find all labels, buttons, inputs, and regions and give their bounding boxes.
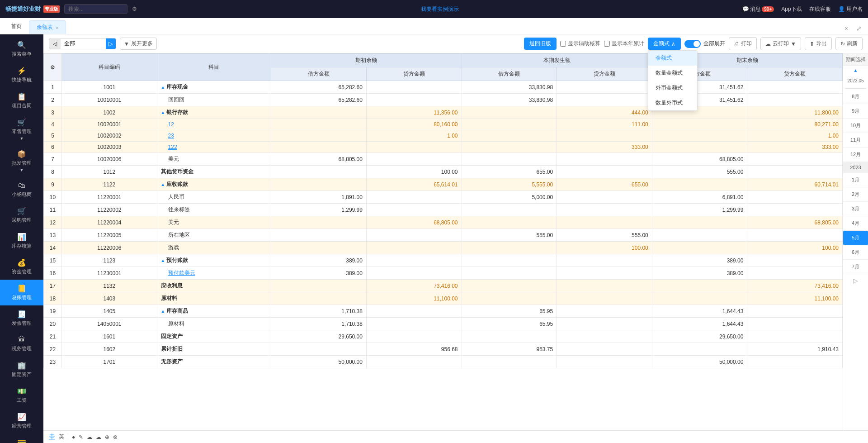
style-option-amount[interactable]: 金额式 bbox=[648, 51, 697, 66]
tree-expand-icon[interactable]: ▲ bbox=[161, 309, 165, 314]
sidebar-item-payroll[interactable]: 💵 工资 bbox=[0, 382, 43, 408]
online-service-btn[interactable]: 在线客服 bbox=[809, 5, 831, 13]
month-10[interactable]: 10月 bbox=[843, 119, 868, 133]
cell-eb-credit bbox=[747, 81, 843, 94]
cell-eb-credit bbox=[747, 191, 843, 204]
sidebar-label-invoice: 发票管理 bbox=[12, 320, 32, 327]
bottom-icon-4[interactable]: ✎ bbox=[79, 434, 83, 440]
sidebar-item-project[interactable]: 📋 项目合同 bbox=[0, 88, 43, 114]
sidebar-item-quicknav[interactable]: ⚡ 快捷导航 bbox=[0, 62, 43, 88]
demo-link[interactable]: 我要看实例演示 bbox=[421, 5, 459, 13]
sidebar-item-tax[interactable]: 🏛 税务管理 bbox=[0, 331, 43, 357]
tab-maximize-btn[interactable]: ⤢ bbox=[854, 23, 864, 34]
bottom-icon-5[interactable]: ☁ bbox=[87, 434, 92, 440]
month-9[interactable]: 9月 bbox=[843, 104, 868, 119]
col-settings[interactable]: ⚙ bbox=[44, 54, 62, 81]
msg-btn[interactable]: 💬 消息 99+ bbox=[742, 5, 774, 13]
cell-code: 1132 bbox=[62, 280, 157, 292]
sidebar-item-expense[interactable]: 💳 小畅报销 bbox=[0, 434, 43, 443]
account-link[interactable]: 12 bbox=[168, 121, 174, 128]
cell-rowno: 19 bbox=[44, 305, 62, 318]
col-current-balance: 本期发生额 bbox=[462, 54, 652, 67]
month-5-active[interactable]: 5月 bbox=[843, 231, 868, 245]
demo-btn-area[interactable]: 我要看实例演示 bbox=[421, 5, 459, 13]
sidebar-item-invoice[interactable]: 🧾 发票管理 bbox=[0, 305, 43, 331]
bottom-icon-3[interactable]: ● bbox=[72, 434, 75, 440]
expand-toggle[interactable]: 全部展开 bbox=[684, 40, 725, 48]
bottom-icon-6[interactable]: ☁ bbox=[96, 434, 101, 440]
panel-collapse-btn[interactable]: ▷ bbox=[843, 274, 868, 287]
year-2023-up-btn[interactable]: ▲ bbox=[854, 68, 858, 73]
sidebar-item-ecommerce[interactable]: 🛍 小畅电商 bbox=[0, 177, 43, 202]
month-7[interactable]: 7月 bbox=[843, 260, 868, 274]
cell-code: 10020002 bbox=[62, 130, 157, 142]
month-2[interactable]: 2月 bbox=[843, 187, 868, 202]
cloud-print-btn[interactable]: ☁ 云打印 ▼ bbox=[760, 37, 801, 50]
show-aux-checkbox[interactable] bbox=[560, 41, 566, 47]
sidebar-item-purchase[interactable]: 🛒 采购管理 bbox=[0, 202, 43, 228]
month-2023-05[interactable]: 2023.05 bbox=[843, 75, 868, 87]
sidebar-item-search[interactable]: 🔍 搜索菜单 bbox=[0, 36, 43, 62]
sidebar-item-capital[interactable]: 💰 资金管理 bbox=[0, 254, 43, 280]
show-ytd-check[interactable]: 显示本年累计 bbox=[604, 40, 644, 48]
style-option-qty-amount[interactable]: 数量金额式 bbox=[648, 66, 697, 81]
month-8[interactable]: 8月 bbox=[843, 90, 868, 104]
month-6[interactable]: 6月 bbox=[843, 245, 868, 260]
account-name-bold: 库存现金 bbox=[166, 84, 188, 90]
tree-expand-icon[interactable]: ▲ bbox=[161, 182, 165, 187]
style-btn[interactable]: 金额式 ∧ bbox=[648, 38, 681, 50]
tree-expand-icon[interactable]: ▲ bbox=[161, 110, 165, 115]
print-btn[interactable]: 🖨 打印 bbox=[729, 37, 757, 50]
bottom-icon-1[interactable]: 圭 bbox=[49, 433, 55, 441]
sidebar-item-inventory[interactable]: 📊 库存核算 bbox=[0, 228, 43, 254]
sidebar-item-wholesale[interactable]: 📦 批发管理 ▼ bbox=[0, 145, 43, 177]
bottom-lang-btn[interactable]: 英 bbox=[59, 433, 64, 441]
month-12[interactable]: 12月 bbox=[843, 148, 868, 162]
sidebar-item-retail[interactable]: 🛒 零售管理 ▼ bbox=[0, 114, 43, 145]
style-option-qty-foreign[interactable]: 数量外币式 bbox=[648, 95, 697, 110]
bottom-icon-8[interactable]: ⊗ bbox=[113, 434, 118, 440]
tab-home[interactable]: 首页 bbox=[4, 20, 29, 34]
show-aux-check[interactable]: 显示辅助核算 bbox=[560, 40, 600, 48]
refresh-btn[interactable]: ↻ 刷新 bbox=[835, 37, 863, 50]
tree-expand-icon[interactable]: ▲ bbox=[161, 85, 165, 90]
account-name: 美元 bbox=[168, 156, 179, 162]
account-link[interactable]: 预付款美元 bbox=[168, 270, 195, 276]
account-name: 原材料 bbox=[168, 320, 184, 327]
month-4[interactable]: 4月 bbox=[843, 216, 868, 231]
tab-close-btn[interactable]: × bbox=[56, 25, 58, 30]
tab-collapse-btn[interactable]: × bbox=[841, 23, 852, 34]
sidebar-item-operations[interactable]: 📈 经营管理 bbox=[0, 408, 43, 434]
back-to-old-btn[interactable]: 退回旧版 bbox=[524, 38, 557, 50]
cell-rowno: 8 bbox=[44, 166, 62, 178]
expand-more-btn[interactable]: ▼ 展开更多 bbox=[120, 38, 157, 50]
style-dropdown: 金额式 数量金额式 外币金额式 数量外币式 bbox=[648, 50, 698, 111]
tree-expand-icon[interactable]: ▲ bbox=[161, 258, 165, 263]
top-search-input[interactable] bbox=[64, 4, 127, 14]
app-download-btn[interactable]: App下载 bbox=[781, 5, 802, 13]
bottom-icon-7[interactable]: ⊕ bbox=[105, 434, 109, 440]
account-name-bold: 固定资产 bbox=[161, 333, 183, 339]
cell-eb-debit bbox=[652, 216, 747, 229]
cell-ob-debit bbox=[271, 292, 367, 305]
sidebar-item-fixed-assets[interactable]: 🏢 固定资产 bbox=[0, 357, 43, 382]
toggle-switch[interactable] bbox=[684, 40, 701, 48]
settings-icon[interactable]: ⚙ bbox=[132, 6, 137, 12]
tab-balance[interactable]: 余额表 × bbox=[29, 20, 66, 34]
export-btn[interactable]: ⬆ 导出 bbox=[805, 37, 832, 50]
show-ytd-checkbox[interactable] bbox=[604, 41, 610, 47]
month-11[interactable]: 11月 bbox=[843, 133, 868, 148]
user-avatar[interactable]: 👤 用户名 bbox=[838, 5, 863, 13]
cell-rowno: 1 bbox=[44, 81, 62, 94]
account-link[interactable]: 122 bbox=[168, 144, 177, 150]
month-3[interactable]: 3月 bbox=[843, 202, 868, 216]
search-input[interactable] bbox=[61, 39, 106, 49]
month-1[interactable]: 1月 bbox=[843, 173, 868, 187]
style-option-foreign-amount[interactable]: 外币金额式 bbox=[648, 81, 697, 95]
account-link[interactable]: 23 bbox=[168, 133, 174, 139]
search-right-btn[interactable]: ▷ bbox=[106, 38, 116, 49]
search-left-btn[interactable]: ◁ bbox=[49, 39, 61, 49]
sidebar-item-ledger[interactable]: 📒 总账管理 bbox=[0, 280, 43, 305]
top-bar-left: 畅捷通好业财 专业版 ⚙ bbox=[5, 4, 137, 14]
cell-eb-credit bbox=[747, 356, 843, 368]
